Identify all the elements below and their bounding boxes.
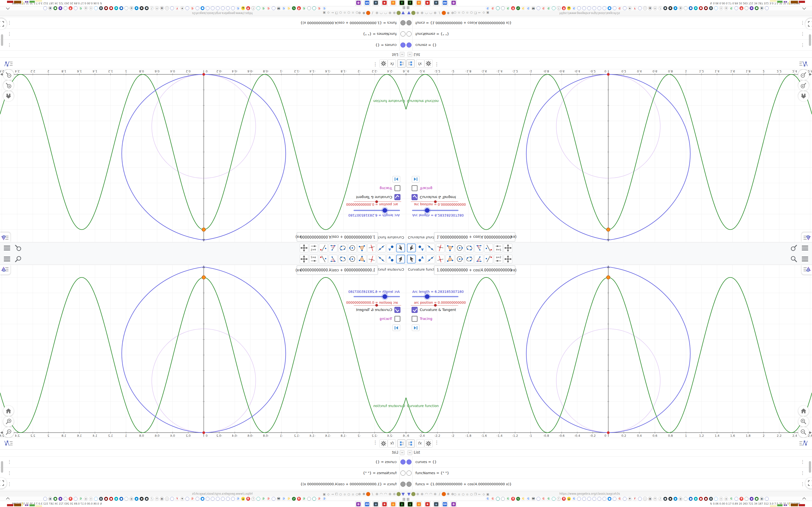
taskbar-app-icon[interactable]: ● [416,0,422,6]
favicon[interactable]: ▲ [241,6,245,10]
favicon[interactable]: ● [145,6,149,10]
favicon[interactable]: Я [511,497,515,501]
favicon[interactable]: G [491,497,495,501]
algebra-row[interactable]: funcs = {1.000000000000 + cos(4.00000000… [406,17,812,29]
favicon[interactable] [587,497,591,501]
status-icon[interactable]: ▫ [343,11,347,15]
status-mid-icons[interactable]: ○▫○▫○❐←◇▣ [322,492,359,496]
favicon[interactable]: ● [724,497,728,501]
favicon[interactable] [537,6,540,10]
favicon[interactable]: ▣ [99,497,103,501]
taskbar-app-icon[interactable]: ✽ [424,501,430,507]
favicon[interactable]: ● [104,497,108,501]
favicon[interactable]: ✱ [628,6,632,10]
dropdown-caret-icon[interactable]: ▼ [511,235,513,238]
favicon[interactable] [185,6,189,10]
arc-position-slider-thumb[interactable] [434,201,437,203]
tray-chevron-icon[interactable] [6,6,10,10]
visibility-marble[interactable] [406,459,412,464]
algebra-row[interactable]: funcs = {1.000000000000 + cos(4.00000000… [0,17,406,29]
favicon[interactable] [256,497,260,501]
taskbar-app-icon[interactable]: ◉ [373,0,379,6]
arc-length-slider-track[interactable] [412,210,458,211]
scrollbar-thumb[interactable] [809,461,811,473]
favicon[interactable]: G [282,6,286,10]
taskbar-app-icon[interactable]: ▮ [399,0,405,6]
favicon[interactable]: G [526,497,530,501]
extension-icon[interactable]: ◠ [429,492,433,496]
status-icon[interactable]: ← [478,492,481,496]
favicon[interactable]: ● [678,497,682,501]
favicon[interactable]: G [542,6,546,10]
curvature-tangent-checkbox[interactable] [412,194,418,200]
favicon[interactable]: G [547,6,551,10]
favicon[interactable]: ▫ [643,497,647,501]
favicon[interactable] [501,497,505,501]
extension-icon[interactable]: ◠ [384,11,388,15]
menu-icon[interactable] [3,244,11,251]
extension-icon[interactable]: ⊕ [392,492,396,496]
status-icon[interactable]: ▫ [457,11,461,15]
taskbar-app-icon[interactable]: ☻ [451,0,457,6]
taskbar-apps[interactable]: ▮●✽◉64☻ [353,0,405,6]
row-menu-icon[interactable]: ⋮ [7,20,12,25]
favicon[interactable]: G [547,497,551,501]
visibility-marble[interactable] [406,20,412,25]
extension-icon[interactable]: ◠ [379,492,383,496]
taskbar-app-icon[interactable]: ✽ [382,0,388,6]
favicon[interactable] [43,6,47,10]
favicon[interactable] [74,6,78,10]
function-input[interactable]: 1.000000000000 + cos(4.000000000000 x) ▼ [434,232,515,241]
favicon[interactable] [496,6,500,10]
favicon[interactable]: ● [119,497,123,501]
row-menu-icon[interactable]: ⋮ [7,32,12,37]
favicon[interactable]: G [317,6,321,10]
tool-conic[interactable] [338,255,347,264]
favicon[interactable] [552,6,556,10]
scrollbar-thumb[interactable] [809,34,811,46]
favicon[interactable]: G [302,497,306,501]
algebra-row[interactable]: funcNames = {" "} ⋮ [0,467,406,478]
arc-length-slider-track[interactable] [354,210,400,211]
favicon[interactable]: ▣ [140,497,144,501]
favicon-strip[interactable]: GGGЯ∿GGWGGiЯ▲G●G✱f▫▣✉♪●▣◆●●◆●●▣≡●GЯ◆●▣ [486,497,780,501]
extension-icon[interactable] [442,492,446,496]
status-icon[interactable]: ◇ [482,492,486,496]
favicon[interactable] [216,6,220,10]
row-menu-icon[interactable]: ⋮ [800,459,805,464]
zoom-in-button[interactable] [3,416,14,427]
favicon[interactable]: G [191,497,194,501]
favicon[interactable]: G [266,497,270,501]
favicon[interactable]: ▣ [99,6,103,10]
favicon[interactable]: ● [53,497,57,501]
favicon[interactable]: ≡ [89,6,93,10]
visibility-marble[interactable] [406,43,412,48]
status-icon[interactable]: ◇ [326,11,330,15]
tool-polygon[interactable] [358,255,366,264]
extension-icon[interactable]: ◠ [384,492,388,496]
scrollbar-thumb[interactable] [1,34,3,46]
favicon[interactable]: ● [109,497,113,501]
collapse-button[interactable]: − [400,450,405,455]
tracing-checkbox[interactable] [412,185,418,191]
visibility-marble[interactable] [400,459,406,464]
tool-perpendicular-line[interactable] [367,255,376,264]
favicon[interactable]: G [287,6,291,10]
tool-conic[interactable] [465,243,474,252]
favicon[interactable]: Я [69,497,72,501]
favicon[interactable] [714,6,718,10]
function-input[interactable]: 1.000000000000 + cos(4.000000000000 x) ▼ [297,232,378,241]
favicon[interactable] [765,6,769,10]
status-icon[interactable]: ❐ [335,11,338,15]
favicon[interactable]: ✱ [180,497,184,501]
tool-move-graphics[interactable] [300,255,308,264]
menu-icon[interactable] [3,256,11,263]
extension-icon[interactable]: ◠ [429,11,433,15]
favicon[interactable]: ● [689,497,693,501]
tool-circle[interactable] [455,243,464,252]
favicon[interactable]: ▣ [140,6,144,10]
favicon[interactable]: ▣ [648,497,652,501]
row-menu-icon[interactable]: ⋮ [800,32,805,37]
favicon[interactable] [623,6,627,10]
favicon[interactable]: G [521,6,525,10]
